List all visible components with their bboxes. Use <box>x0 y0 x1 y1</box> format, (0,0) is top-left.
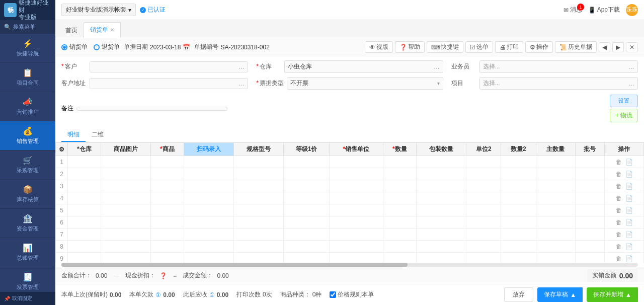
cell-main-qty[interactable] <box>536 192 575 204</box>
settings-action-btn[interactable]: 设置 <box>610 95 638 107</box>
operations-btn[interactable]: ⚙ 操作 <box>525 41 553 53</box>
cell-warehouse[interactable] <box>68 204 101 216</box>
cell-warehouse[interactable] <box>68 216 101 228</box>
cell-product[interactable] <box>151 156 184 168</box>
cell-warehouse[interactable] <box>68 253 101 263</box>
cell-product[interactable] <box>151 168 184 180</box>
cell-qty2[interactable] <box>501 156 536 168</box>
warehouse-input[interactable]: 小虫仓库 … <box>284 60 443 73</box>
cell-main-qty[interactable] <box>536 168 575 180</box>
cell-warehouse[interactable] <box>68 156 101 168</box>
cell-sales-unit[interactable] <box>329 180 383 192</box>
project-input[interactable]: 选择... … <box>479 77 638 90</box>
cell-batch[interactable] <box>575 216 604 228</box>
delete-icon[interactable]: 🗑 <box>615 243 623 251</box>
sidebar-item-purchase[interactable]: 🛒 采购管理 <box>0 150 55 180</box>
cell-product-img[interactable] <box>101 241 150 253</box>
copy-icon[interactable]: 📄 <box>625 194 633 202</box>
shortcuts-btn[interactable]: ⌨ 快捷键 <box>427 41 463 53</box>
order-no-value[interactable]: SA-20230318-002 <box>220 44 269 51</box>
tab-sales-order[interactable]: 销货单 ✕ <box>84 22 121 38</box>
cell-unit2[interactable] <box>466 204 501 216</box>
cell-product[interactable] <box>151 253 184 263</box>
cell-batch-import[interactable] <box>184 253 233 263</box>
cell-qty2[interactable] <box>501 180 536 192</box>
cell-quantity[interactable] <box>383 241 417 253</box>
cell-qty2[interactable] <box>501 253 536 263</box>
cell-unit2[interactable] <box>466 253 501 263</box>
cell-main-qty[interactable] <box>536 253 575 263</box>
table-row[interactable]: 6 🗑 📄 <box>56 216 644 228</box>
cell-quantity[interactable] <box>383 253 417 263</box>
cell-unit2[interactable] <box>466 156 501 168</box>
cell-main-qty[interactable] <box>536 241 575 253</box>
memo-input[interactable] <box>76 107 227 111</box>
copy-icon[interactable]: 📄 <box>625 182 633 190</box>
delete-icon[interactable]: 🗑 <box>615 206 623 214</box>
cell-qty2[interactable] <box>501 228 536 241</box>
staff-input[interactable]: 选择... … <box>479 60 638 73</box>
cell-product-img[interactable] <box>101 253 150 263</box>
copy-icon[interactable]: 📄 <box>625 158 633 166</box>
copy-icon[interactable]: 📄 <box>625 255 633 263</box>
cell-batch[interactable] <box>575 228 604 241</box>
col-header-batch-import[interactable]: 扫码录入 <box>184 143 233 156</box>
cell-pack-qty[interactable] <box>416 180 466 192</box>
delete-icon[interactable]: 🗑 <box>615 182 623 190</box>
copy-icon[interactable]: 📄 <box>625 231 633 239</box>
cell-pack-qty[interactable] <box>416 168 466 180</box>
invoice-select[interactable]: 不开票 ▾ <box>287 77 443 90</box>
cell-product-img[interactable] <box>101 180 150 192</box>
cell-sales-unit[interactable] <box>329 241 383 253</box>
cell-batch-import[interactable] <box>184 241 233 253</box>
delete-icon[interactable]: 🗑 <box>615 194 623 202</box>
cell-quantity[interactable] <box>383 156 417 168</box>
save-draft-btn[interactable]: 保存草稿 ▲ <box>537 287 583 302</box>
cell-price1[interactable] <box>284 192 329 204</box>
cell-qty2[interactable] <box>501 216 536 228</box>
cell-quantity[interactable] <box>383 216 417 228</box>
cell-batch[interactable] <box>575 156 604 168</box>
cell-sales-unit[interactable] <box>329 168 383 180</box>
cell-batch-import[interactable] <box>184 204 233 216</box>
cell-pack-qty[interactable] <box>416 241 466 253</box>
cell-quantity[interactable] <box>383 168 417 180</box>
cell-unit2[interactable] <box>466 228 501 241</box>
cell-unit2[interactable] <box>466 180 501 192</box>
cell-batch[interactable] <box>575 204 604 216</box>
cell-spec[interactable] <box>234 192 284 204</box>
sidebar-item-quick-nav[interactable]: ⚡ 快捷导航 <box>0 34 55 63</box>
table-row[interactable]: 8 🗑 📄 <box>56 241 644 253</box>
tab-close-icon[interactable]: ✕ <box>110 27 114 33</box>
cell-unit2[interactable] <box>466 241 501 253</box>
cell-batch-import[interactable] <box>184 156 233 168</box>
cell-product[interactable] <box>151 216 184 228</box>
sidebar-item-project[interactable]: 📋 项目合同 <box>0 63 55 92</box>
cell-batch-import[interactable] <box>184 192 233 204</box>
next-btn[interactable]: ▶ <box>612 42 624 52</box>
cell-unit2[interactable] <box>466 168 501 180</box>
cell-price1[interactable] <box>284 228 329 241</box>
table-row[interactable]: 9 🗑 📄 <box>56 253 644 263</box>
cell-sales-unit[interactable] <box>329 204 383 216</box>
company-selector[interactable]: 好业财专业版演示帐套 ▾ <box>61 4 136 16</box>
cell-warehouse[interactable] <box>68 180 101 192</box>
help-btn[interactable]: ❓ 帮助 <box>395 41 425 53</box>
copy-icon[interactable]: 📄 <box>625 170 633 178</box>
sidebar-item-marketing[interactable]: 📣 营销推广 <box>0 92 55 121</box>
sidebar-item-capital[interactable]: 🏦 资金管理 <box>0 209 55 238</box>
calendar-icon[interactable]: 📅 <box>183 44 190 51</box>
cell-price1[interactable] <box>284 168 329 180</box>
cell-spec[interactable] <box>234 228 284 241</box>
cell-product[interactable] <box>151 204 184 216</box>
cell-qty2[interactable] <box>501 241 536 253</box>
horizontal-scrollbar[interactable] <box>61 263 638 267</box>
cell-quantity[interactable] <box>383 204 417 216</box>
radio-sales-order[interactable]: 销货单 <box>61 43 88 51</box>
cell-spec[interactable] <box>234 204 284 216</box>
cell-sales-unit[interactable] <box>329 156 383 168</box>
scroll-thumb[interactable] <box>61 263 408 267</box>
cell-price1[interactable] <box>284 156 329 168</box>
tab-home[interactable]: 首页 <box>59 23 84 38</box>
cell-sales-unit[interactable] <box>329 253 383 263</box>
